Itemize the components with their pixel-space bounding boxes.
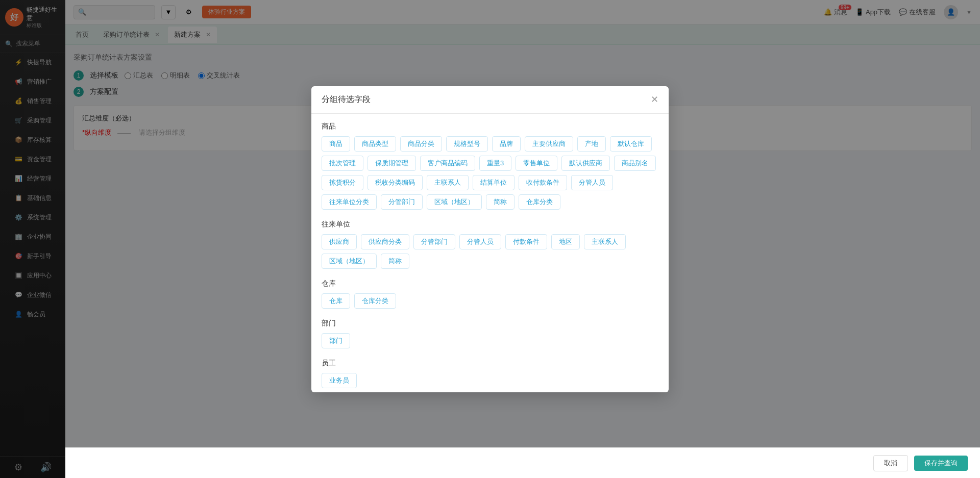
field-tag-零售单位[interactable]: 零售单位: [516, 156, 557, 171]
field-tag-收付款条件[interactable]: 收付款条件: [519, 175, 567, 190]
field-section-employee: 员工业务员: [322, 359, 658, 388]
field-tag-主联系人[interactable]: 主联系人: [427, 175, 469, 190]
field-tags-warehouse: 仓库仓库分类: [322, 293, 658, 309]
field-tag-默认仓库[interactable]: 默认仓库: [610, 136, 652, 152]
modal-close-button[interactable]: ✕: [651, 95, 658, 104]
field-tag-分管人员[interactable]: 分管人员: [571, 175, 613, 190]
field-tag-商品类型[interactable]: 商品类型: [354, 136, 396, 152]
field-section-product: 商品商品商品类型商品分类规格型号品牌主要供应商产地默认仓库批次管理保质期管理客户…: [322, 122, 658, 210]
field-tag-仓库分类[interactable]: 仓库分类: [519, 194, 560, 210]
field-tag-拣货积分[interactable]: 拣货积分: [322, 175, 363, 190]
field-tag-商品[interactable]: 商品: [322, 136, 350, 152]
field-tag-仓库[interactable]: 仓库: [322, 293, 350, 309]
field-section-title-warehouse: 仓库: [322, 279, 658, 288]
field-tag-规格型号[interactable]: 规格型号: [446, 136, 488, 152]
modal-body[interactable]: 商品商品商品类型商品分类规格型号品牌主要供应商产地默认仓库批次管理保质期管理客户…: [311, 114, 669, 392]
modal-footer: 取消 保存并查询: [65, 447, 980, 478]
modal-header: 分组待选字段 ✕: [311, 86, 669, 114]
field-section-title-department: 部门: [322, 319, 658, 328]
field-tag-批次管理[interactable]: 批次管理: [322, 156, 363, 171]
field-tag-往来单位分类[interactable]: 往来单位分类: [322, 194, 377, 210]
field-tag-保质期管理[interactable]: 保质期管理: [368, 156, 416, 171]
field-tag-税收分类编码[interactable]: 税收分类编码: [368, 175, 423, 190]
field-tag-商品别名[interactable]: 商品别名: [614, 156, 656, 171]
field-tag-仓库分类[interactable]: 仓库分类: [354, 293, 396, 309]
field-tag-结算单位[interactable]: 结算单位: [473, 175, 514, 190]
field-tag-分管部门[interactable]: 分管部门: [381, 194, 423, 210]
field-tag-简称[interactable]: 简称: [381, 254, 409, 269]
field-tag-付款条件[interactable]: 付款条件: [505, 234, 547, 249]
field-tag-地区[interactable]: 地区: [551, 234, 580, 249]
field-tags-employee: 业务员: [322, 373, 658, 388]
field-section-partner: 往来单位供应商供应商分类分管部门分管人员付款条件地区主联系人区域（地区）简称: [322, 220, 658, 269]
field-tags-department: 部门: [322, 333, 658, 348]
cancel-button[interactable]: 取消: [873, 455, 908, 471]
field-section-title-product: 商品: [322, 122, 658, 131]
field-tag-供应商[interactable]: 供应商: [322, 234, 357, 249]
field-section-warehouse: 仓库仓库仓库分类: [322, 279, 658, 309]
field-tag-简称[interactable]: 简称: [486, 194, 514, 210]
field-tag-默认供应商[interactable]: 默认供应商: [561, 156, 610, 171]
field-select-modal: 分组待选字段 ✕ 商品商品商品类型商品分类规格型号品牌主要供应商产地默认仓库批次…: [311, 86, 669, 392]
field-section-title-partner: 往来单位: [322, 220, 658, 229]
field-section-title-employee: 员工: [322, 359, 658, 368]
field-tags-product: 商品商品类型商品分类规格型号品牌主要供应商产地默认仓库批次管理保质期管理客户商品…: [322, 136, 658, 210]
field-tag-客户商品编码[interactable]: 客户商品编码: [420, 156, 475, 171]
field-tag-分管人员[interactable]: 分管人员: [459, 234, 501, 249]
field-tag-供应商分类[interactable]: 供应商分类: [361, 234, 409, 249]
field-tag-商品分类[interactable]: 商品分类: [400, 136, 442, 152]
field-tag-重量3[interactable]: 重量3: [479, 156, 511, 171]
field-tag-区域（地区）[interactable]: 区域（地区）: [322, 254, 377, 269]
modal-title: 分组待选字段: [322, 94, 371, 105]
field-tag-主联系人[interactable]: 主联系人: [584, 234, 626, 249]
field-tag-业务员[interactable]: 业务员: [322, 373, 357, 388]
field-tag-主要供应商[interactable]: 主要供应商: [525, 136, 573, 152]
field-tag-分管部门[interactable]: 分管部门: [413, 234, 455, 249]
field-tag-部门[interactable]: 部门: [322, 333, 350, 348]
field-tags-partner: 供应商供应商分类分管部门分管人员付款条件地区主联系人区域（地区）简称: [322, 234, 658, 269]
field-tag-产地[interactable]: 产地: [577, 136, 606, 152]
field-section-department: 部门部门: [322, 319, 658, 348]
field-tag-品牌[interactable]: 品牌: [492, 136, 521, 152]
field-tag-区域（地区）[interactable]: 区域（地区）: [427, 194, 482, 210]
save-button[interactable]: 保存并查询: [914, 456, 968, 471]
